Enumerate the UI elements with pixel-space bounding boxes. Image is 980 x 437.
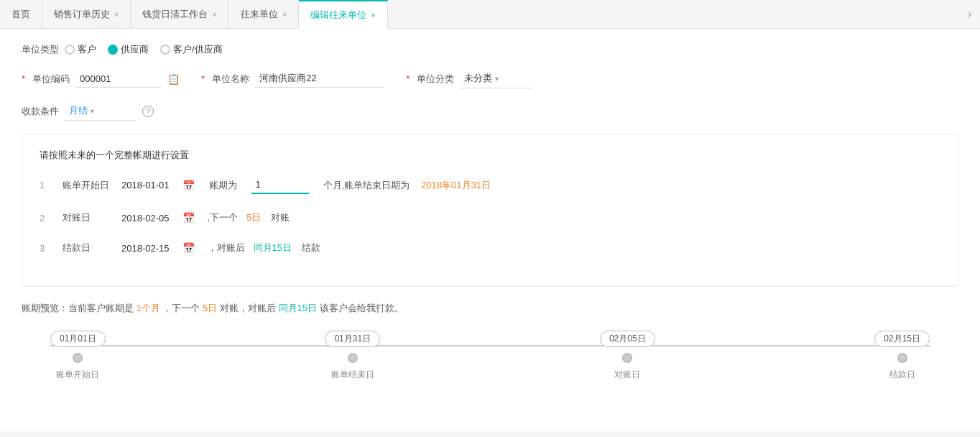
radio-supplier[interactable]: 供应商 (108, 43, 149, 56)
setting-row-3: 3 结款日 2018-02-15 📅 ，对账后 同月15日 结款 (40, 242, 940, 254)
row-1-label: 账单开始日 (63, 179, 113, 192)
tab-sales-order-label: 销售订单历史 (54, 8, 110, 21)
settings-title: 请按照未来的一个完整帐期进行设置 (40, 149, 940, 162)
radio-customer-circle (65, 45, 75, 55)
classify-arrow-icon: ▾ (495, 75, 499, 83)
row-2-num: 2 (40, 213, 54, 224)
tab-home-label: 首页 (11, 8, 30, 21)
timeline-container: 01月01日 账单开始日 01月31日 账单结束日 02月05日 对账日 (22, 331, 958, 410)
radio-customer[interactable]: 客户 (65, 43, 96, 56)
code-label: 单位编码 (32, 73, 70, 86)
payment-value: 月结 (69, 104, 88, 117)
row-3-prefix: ，对账后 (208, 242, 245, 254)
name-input[interactable] (255, 70, 384, 88)
tab-partner-close[interactable]: × (282, 10, 287, 19)
node-4-dot (897, 353, 907, 363)
code-required: * (22, 73, 25, 84)
timeline-line (50, 345, 930, 346)
classify-dropdown[interactable]: 未分类 ▾ (460, 69, 532, 88)
code-input[interactable] (75, 70, 162, 88)
row-2-highlight: 5日 (246, 211, 261, 224)
row-2-date: 2018-02-05 (121, 213, 170, 224)
timeline-node-4: 02月15日 结款日 (874, 331, 930, 381)
unit-type-row: 单位类型 客户 供应商 客户/供应商 (22, 43, 958, 56)
preview-part3: 同月15日 (279, 303, 317, 313)
row-1-suffix: 个月,账单结束日期为 (323, 179, 410, 192)
node-2-dot (348, 353, 358, 363)
radio-both[interactable]: 客户/供应商 (160, 43, 223, 56)
preview-section: 账期预览：当前客户账期是 1个月 ，下一个 5日 对账，对账后 同月15日 该客… (22, 300, 958, 316)
radio-supplier-label: 供应商 (121, 43, 149, 56)
tab-more-button[interactable]: › (959, 0, 980, 29)
tab-edit-partner-label: 编辑往来单位 (310, 9, 366, 22)
row-3-calendar-icon[interactable]: 📅 (182, 242, 195, 254)
tab-edit-partner-close[interactable]: × (371, 11, 375, 19)
row-1-calendar-icon[interactable]: 📅 (182, 180, 195, 191)
row-2-suffix: 对账 (271, 211, 290, 224)
tab-sales-order[interactable]: 销售订单历史 × (42, 0, 131, 29)
months-input[interactable] (251, 176, 309, 194)
name-label: 单位名称 (212, 73, 249, 86)
payment-row: 收款条件 月结 ▾ ? (22, 101, 958, 121)
row-3-suffix: 结款 (302, 242, 320, 254)
payment-label: 收款条件 (22, 105, 59, 118)
tab-partner[interactable]: 往来单位 × (229, 0, 299, 29)
row-1-highlight-date: 2018年01月31日 (421, 179, 491, 192)
payment-arrow-icon: ▾ (91, 107, 94, 115)
code-calendar-icon[interactable]: 📋 (167, 73, 180, 85)
preview-part2: 5日 (203, 303, 217, 313)
name-required: * (201, 73, 205, 84)
radio-both-circle (160, 45, 170, 55)
tab-cash-work-label: 钱货日清工作台 (142, 8, 208, 21)
row-1-period-label: 账期为 (209, 179, 237, 192)
timeline-node-1: 01月01日 账单开始日 (50, 331, 106, 381)
classify-required: * (406, 73, 410, 84)
node-3-date: 02月05日 (600, 331, 655, 347)
node-2-date: 01月31日 (325, 331, 380, 347)
row-1-num: 1 (40, 180, 54, 190)
setting-row-1: 1 账单开始日 2018-01-01 📅 账期为 个月,账单结束日期为 2018… (40, 176, 940, 194)
unit-type-label: 单位类型 (22, 43, 59, 56)
payment-field: 收款条件 月结 ▾ ? (22, 101, 154, 121)
node-1-label: 账单开始日 (56, 369, 99, 381)
help-icon[interactable]: ? (142, 106, 154, 117)
radio-both-label: 客户/供应商 (173, 43, 223, 56)
radio-customer-label: 客户 (78, 43, 96, 56)
tab-edit-partner[interactable]: 编辑往来单位 × (299, 0, 387, 29)
node-4-label: 结款日 (889, 369, 915, 381)
tab-home[interactable]: 首页 (0, 0, 42, 29)
tab-partner-label: 往来单位 (241, 8, 278, 21)
row-3-num: 3 (40, 243, 54, 254)
node-3-dot (622, 353, 632, 363)
row-2-calendar-icon[interactable]: 📅 (182, 212, 195, 224)
preview-mid2: 对账，对账后 (220, 303, 276, 313)
settings-box: 请按照未来的一个完整帐期进行设置 1 账单开始日 2018-01-01 📅 账期… (22, 134, 958, 287)
code-field: * 单位编码 📋 (22, 70, 180, 88)
node-4-date: 02月15日 (874, 331, 930, 347)
node-2-label: 账单结束日 (331, 369, 374, 381)
unit-type-radio-group: 客户 供应商 客户/供应商 (65, 43, 223, 56)
preview-prefix: 账期预览：当前客户账期是 (22, 303, 134, 313)
classify-value: 未分类 (464, 72, 492, 85)
preview-mid1: ，下一个 (162, 303, 200, 313)
payment-dropdown[interactable]: 月结 ▾ (65, 101, 137, 121)
unit-type-field: 单位类型 客户 供应商 客户/供应商 (22, 43, 223, 56)
timeline-node-3: 02月05日 对账日 (600, 331, 655, 381)
name-field: * 单位名称 (201, 70, 384, 88)
row-1-date: 2018-01-01 (121, 180, 170, 190)
classify-label: 单位分类 (417, 73, 454, 86)
code-name-row: * 单位编码 📋 * 单位名称 * 单位分类 未分类 ▾ (22, 69, 958, 88)
timeline-node-2: 01月31日 账单结束日 (325, 331, 380, 381)
row-2-prefix: ,下一个 (208, 211, 239, 224)
row-2-label: 对账日 (63, 211, 113, 224)
tab-cash-work[interactable]: 钱货日清工作台 × (131, 0, 228, 29)
tab-sales-order-close[interactable]: × (114, 10, 119, 19)
tab-cash-work-close[interactable]: × (212, 10, 216, 19)
node-1-date: 01月01日 (50, 331, 106, 347)
main-content: 单位类型 客户 供应商 客户/供应商 * 单位编码 (0, 29, 980, 431)
setting-row-2: 2 对账日 2018-02-05 📅 ,下一个 5日 对账 (40, 211, 940, 224)
node-3-label: 对账日 (614, 369, 640, 381)
node-1-dot (73, 353, 83, 363)
preview-part1: 1个月 (137, 303, 160, 313)
row-3-date: 2018-02-15 (121, 243, 170, 254)
